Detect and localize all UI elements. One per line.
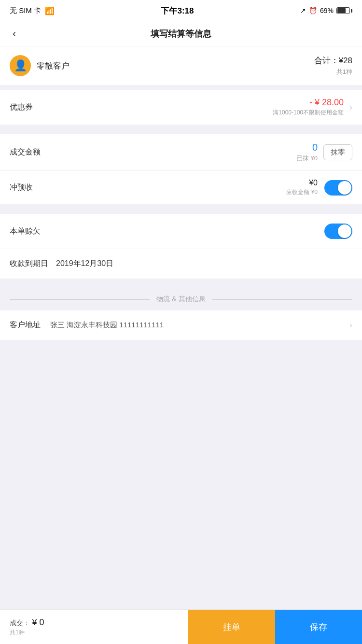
discount-amount: - ¥ 28.00 <box>273 98 344 108</box>
transaction-card: 成交金额 0 已抹 ¥0 抹零 冲预收 ¥0 应收金额 ¥0 <box>0 134 362 204</box>
status-time: 下午3:18 <box>161 5 194 16</box>
due-date-row[interactable]: 收款到期日 2019年12月30日 <box>0 249 362 279</box>
avatar: 👤 <box>10 55 31 76</box>
transaction-right: 0 已抹 ¥0 抹零 <box>296 142 352 163</box>
divider-label: 物流 & 其他信息 <box>156 295 205 304</box>
save-button[interactable]: 保存 <box>275 610 362 644</box>
prepay-amount: ¥0 <box>286 179 318 187</box>
spacer-3 <box>0 283 362 288</box>
bottom-label: 成交： <box>10 619 30 627</box>
total-amount: 合计：¥28 <box>314 55 352 66</box>
address-value: 张三 海淀永丰科技园 11111111111 <box>50 321 164 330</box>
battery-percent: 69% <box>320 7 334 14</box>
due-date-label: 收款到期日 <box>10 259 48 269</box>
wifi-icon: 📶 <box>45 6 55 15</box>
due-date-value: 2019年12月30日 <box>56 259 113 269</box>
customer-left: 👤 零散客户 <box>10 55 70 76</box>
hang-button-label: 挂单 <box>223 621 240 633</box>
location-icon: ↗ <box>300 7 306 14</box>
address-left: 客户地址 张三 海淀永丰科技园 11111111111 <box>10 320 164 330</box>
spacer-1 <box>0 129 362 134</box>
alarm-icon: ⏰ <box>309 7 317 14</box>
page-title: 填写结算等信息 <box>151 28 211 40</box>
bottom-summary: 成交： ¥ 0 共1种 <box>0 617 188 637</box>
bottom-amount: ¥ 0 <box>32 617 44 627</box>
transaction-value-group: 0 已抹 ¥0 <box>296 142 318 163</box>
content: 👤 零散客户 合计：¥28 共1种 优惠券 - ¥ 28.00 满1000-10… <box>0 46 362 480</box>
debt-card: 本单赊欠 收款到期日 2019年12月30日 <box>0 214 362 279</box>
status-left: 无 SIM 卡 📶 <box>10 6 55 15</box>
coupon-right: - ¥ 28.00 满1000-100不限制使用金额 › <box>273 98 352 117</box>
transaction-value: 0 <box>296 142 318 153</box>
debt-toggle[interactable] <box>324 224 352 239</box>
address-row[interactable]: 客户地址 张三 海淀永丰科技园 11111111111 › <box>0 310 362 340</box>
back-button[interactable]: ‹ <box>9 24 20 44</box>
bottom-bar: 成交： ¥ 0 共1种 挂单 保存 <box>0 609 362 644</box>
nav-bar: ‹ 填写结算等信息 <box>0 21 362 46</box>
prepay-right: ¥0 应收金额 ¥0 <box>286 179 352 196</box>
divider-line-left <box>10 299 150 300</box>
debt-label: 本单赊欠 <box>10 226 41 237</box>
coupon-row[interactable]: 优惠券 - ¥ 28.00 满1000-100不限制使用金额 › <box>0 90 362 125</box>
address-label: 客户地址 <box>10 320 41 330</box>
transaction-label: 成交金额 <box>10 147 41 157</box>
prepay-label: 冲预收 <box>10 182 33 193</box>
carrier-text: 无 SIM 卡 <box>10 6 41 15</box>
battery-icon <box>336 7 352 14</box>
coupon-card: 优惠券 - ¥ 28.00 满1000-100不限制使用金额 › <box>0 90 362 125</box>
customer-name: 零散客户 <box>37 60 70 71</box>
divider-line-right <box>212 299 352 300</box>
prepay-sub: 应收金额 ¥0 <box>286 188 318 196</box>
coupon-value: - ¥ 28.00 满1000-100不限制使用金额 <box>273 98 344 117</box>
toggle-thumb <box>338 181 351 195</box>
hang-button[interactable]: 挂单 <box>188 610 275 644</box>
avatar-icon: 👤 <box>14 59 27 72</box>
address-chevron-icon: › <box>349 320 352 330</box>
customer-right: 合计：¥28 共1种 <box>314 55 352 76</box>
spacer-2 <box>0 209 362 214</box>
prepay-toggle[interactable] <box>324 180 352 196</box>
transaction-row: 成交金额 0 已抹 ¥0 抹零 <box>0 134 362 171</box>
debt-toggle-thumb <box>338 224 351 238</box>
coupon-label: 优惠券 <box>10 102 33 112</box>
status-bar: 无 SIM 卡 📶 下午3:18 ↗ ⏰ 69% <box>0 0 362 21</box>
section-divider: 物流 & 其他信息 <box>0 288 362 310</box>
bottom-count: 共1种 <box>10 629 179 637</box>
discount-desc: 满1000-100不限制使用金额 <box>273 109 344 117</box>
save-button-label: 保存 <box>310 621 327 633</box>
total-count: 共1种 <box>314 68 352 76</box>
customer-row: 👤 零散客户 合计：¥28 共1种 <box>0 46 362 85</box>
status-right: ↗ ⏰ 69% <box>300 7 352 14</box>
empty-space <box>0 345 362 441</box>
debt-row: 本单赊欠 <box>0 214 362 249</box>
customer-card: 👤 零散客户 合计：¥28 共1种 <box>0 46 362 85</box>
bottom-transaction-line: 成交： ¥ 0 <box>10 617 179 628</box>
round-zero-button[interactable]: 抹零 <box>323 144 352 160</box>
prepay-row: 冲预收 ¥0 应收金额 ¥0 <box>0 171 362 204</box>
address-card: 客户地址 张三 海淀永丰科技园 11111111111 › <box>0 310 362 340</box>
prepay-value-group: ¥0 应收金额 ¥0 <box>286 179 318 196</box>
coupon-chevron-icon: › <box>349 102 352 112</box>
transaction-sub: 已抹 ¥0 <box>296 154 318 163</box>
